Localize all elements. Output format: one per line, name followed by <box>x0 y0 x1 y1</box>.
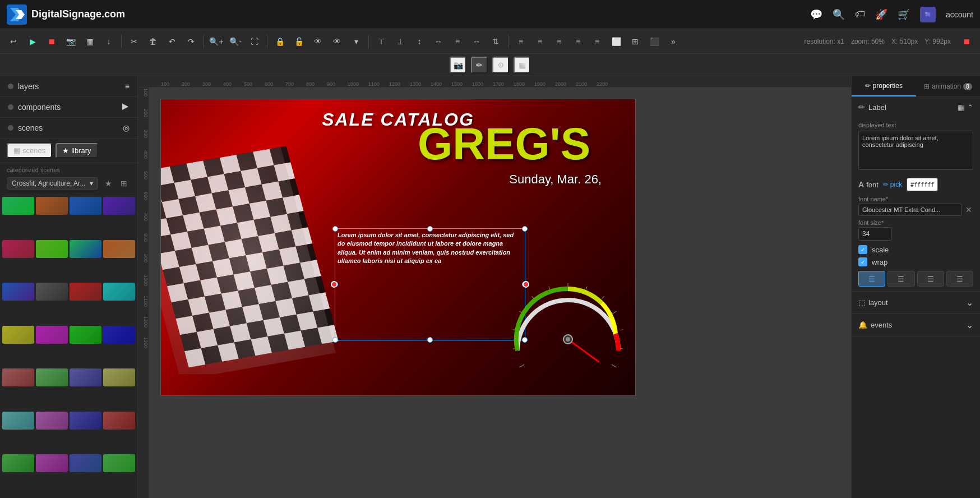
components-section[interactable]: components ⯈ <box>0 97 137 118</box>
vcenter2-btn[interactable]: ≡ <box>569 33 587 50</box>
list-item[interactable] <box>70 240 101 258</box>
align-top-btn[interactable]: ⊤ <box>372 33 390 50</box>
eye-off-btn[interactable]: 👁︎ <box>309 33 327 50</box>
align-right-btn[interactable]: ≡ <box>550 33 568 50</box>
pen-btn[interactable]: ✏ <box>471 57 488 73</box>
list-item[interactable] <box>2 326 34 344</box>
settings-sec-btn[interactable]: ⚙ <box>492 57 509 73</box>
list-item[interactable] <box>36 240 68 258</box>
list-item[interactable] <box>70 412 101 430</box>
crop-btn[interactable]: ⬜ <box>607 33 625 50</box>
list-item[interactable] <box>2 454 34 472</box>
displayed-text-input[interactable]: Lorem ipsum dolor sit amet, consectetur … <box>858 131 973 170</box>
events-section-header[interactable]: 🔔 events ⌄ <box>852 314 980 336</box>
list-item[interactable] <box>70 326 101 344</box>
undo-btn[interactable]: ↶ <box>163 33 181 50</box>
vdist2-btn[interactable]: ≡ <box>588 33 606 50</box>
list-item[interactable] <box>36 283 68 301</box>
tab-properties[interactable]: ✏ properties <box>852 76 916 96</box>
valign-btn[interactable]: ↕ <box>410 33 428 50</box>
record-btn[interactable]: ⏹ <box>43 33 61 50</box>
grid-btn[interactable]: ⊞ <box>626 33 644 50</box>
aspect-btn[interactable]: ⬛ <box>645 33 663 50</box>
list-item[interactable] <box>103 240 135 258</box>
category-dropdown[interactable]: Crossfit, Agriculture, Ar... ▾ <box>7 177 98 190</box>
align-left-btn[interactable]: ≡ <box>512 33 530 50</box>
align-justify-btn[interactable]: ☰ <box>946 271 973 287</box>
list-item[interactable] <box>36 197 68 215</box>
list-item[interactable] <box>103 326 135 344</box>
chat-icon[interactable]: 💬 <box>810 8 822 21</box>
list-item[interactable] <box>70 454 101 472</box>
close-btn[interactable]: ⏹ <box>958 33 976 50</box>
layers-btn[interactable]: ▦ <box>81 33 99 50</box>
grid-view-icon[interactable]: ⊞ <box>117 177 131 190</box>
list-item[interactable] <box>2 368 34 386</box>
layers-section[interactable]: layers ≡ <box>0 76 137 97</box>
list-item[interactable] <box>103 412 135 430</box>
account-menu[interactable]: account <box>946 10 973 19</box>
layout-section-header[interactable]: ⬚ layout ⌄ <box>852 292 980 313</box>
zoom-in-btn[interactable]: 🔍+ <box>207 33 225 50</box>
dropdown-btn[interactable]: ▾ <box>347 33 365 50</box>
pick-btn[interactable]: ✏ pick <box>883 181 902 188</box>
tag-icon[interactable]: 🏷 <box>855 8 865 20</box>
tab-scenes[interactable]: ▦ scenes <box>7 143 52 158</box>
list-item[interactable] <box>70 197 101 215</box>
list-item[interactable] <box>36 412 68 430</box>
delete-btn[interactable]: 🗑 <box>144 33 162 50</box>
align-center-btn[interactable]: ☰ <box>887 271 914 287</box>
list-item[interactable] <box>103 197 135 215</box>
eye-btn[interactable]: 👁 <box>328 33 346 50</box>
cart-icon[interactable]: 🛒 <box>898 8 910 21</box>
align-left-btn[interactable]: ☰ <box>858 271 885 287</box>
account-avatar[interactable] <box>920 7 936 22</box>
list-item[interactable] <box>2 412 34 430</box>
list-item[interactable] <box>2 197 34 215</box>
scale-checkbox[interactable]: ✓ <box>858 245 867 254</box>
list-item[interactable] <box>103 283 135 301</box>
download-btn[interactable]: ↓ <box>100 33 118 50</box>
font-name-input[interactable] <box>858 204 962 216</box>
camera-btn[interactable]: 📷 <box>450 57 466 73</box>
list-item[interactable] <box>2 283 34 301</box>
spread-v-btn[interactable]: ⇅ <box>487 33 505 50</box>
lock-btn[interactable]: 🔒 <box>271 33 289 50</box>
align-center-btn[interactable]: ≡ <box>531 33 549 50</box>
tab-library[interactable]: ★ library <box>56 143 98 158</box>
font-size-input[interactable] <box>858 227 892 241</box>
tab-animation[interactable]: ⊞ animation 8 <box>916 76 981 96</box>
list-item[interactable] <box>36 326 68 344</box>
back-btn[interactable]: ↩ <box>4 33 22 50</box>
canvas-selected-text[interactable]: Lorem ipsum dolor sit amet, consectetur … <box>336 230 521 339</box>
font-name-clear-btn[interactable]: ✕ <box>964 204 973 215</box>
list-item[interactable] <box>103 454 135 472</box>
rocket-icon[interactable]: 🚀 <box>875 8 887 21</box>
spread-h-btn[interactable]: ↔ <box>468 33 486 50</box>
vdist-btn[interactable]: ≡ <box>449 33 466 50</box>
zoom-out-btn[interactable]: 🔍- <box>226 33 244 50</box>
wrap-checkbox[interactable]: ✓ <box>858 257 867 266</box>
scenes-section[interactable]: scenes ◎ <box>0 118 137 139</box>
list-item[interactable] <box>36 454 68 472</box>
layers-sec-btn[interactable]: ▦ <box>514 57 530 73</box>
zoom-fit-btn[interactable]: ⛶ <box>246 33 264 50</box>
align-bottom-btn[interactable]: ⊥ <box>391 33 409 50</box>
vcenter-btn[interactable]: ↔ <box>429 33 447 50</box>
list-item[interactable] <box>70 283 101 301</box>
logo[interactable]: DigitalSignage.com <box>7 4 125 25</box>
image-btn[interactable]: 📷 <box>62 33 80 50</box>
more-btn[interactable]: » <box>664 33 682 50</box>
lock-open-btn[interactable]: 🔓 <box>290 33 308 50</box>
canvas-scroll[interactable]: SALE CATALOG GREG'S Sunday, Mar. 26, Lor… <box>149 87 851 498</box>
cut-btn[interactable]: ✂ <box>125 33 143 50</box>
canvas[interactable]: SALE CATALOG GREG'S Sunday, Mar. 26, Lor… <box>160 99 636 396</box>
list-item[interactable] <box>70 368 101 386</box>
align-right-btn[interactable]: ☰ <box>917 271 944 287</box>
search-icon[interactable]: 🔍 <box>833 8 845 21</box>
play-btn[interactable]: ▶ <box>24 33 41 50</box>
star-view-icon[interactable]: ★ <box>101 177 115 190</box>
color-swatch[interactable]: #ffffff <box>907 178 938 191</box>
list-item[interactable] <box>36 368 68 386</box>
list-item[interactable] <box>2 240 34 258</box>
